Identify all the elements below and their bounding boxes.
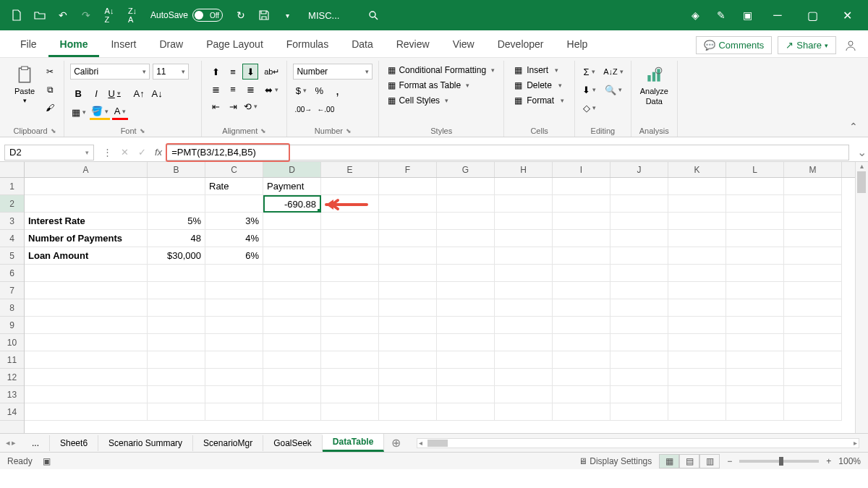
- cell-M14[interactable]: [784, 403, 842, 421]
- cell-A10[interactable]: [25, 334, 148, 351]
- cell-J7[interactable]: [610, 282, 668, 299]
- new-file-icon[interactable]: [6, 4, 27, 26]
- cell-C14[interactable]: [205, 403, 263, 421]
- cell-A1[interactable]: [25, 178, 148, 195]
- align-left-icon[interactable]: ≣: [208, 81, 224, 97]
- fill-color-icon[interactable]: 🪣: [90, 104, 110, 120]
- tab-formulas[interactable]: Formulas: [275, 33, 340, 57]
- cell-C11[interactable]: [205, 351, 263, 369]
- sheet-tab-scenariomgr[interactable]: ScenarioMgr: [193, 435, 263, 451]
- cell-M5[interactable]: [784, 247, 842, 265]
- cell-K9[interactable]: [668, 317, 726, 334]
- font-name-combo[interactable]: Calibri: [70, 64, 150, 80]
- cell-J11[interactable]: [610, 351, 668, 369]
- col-header-a[interactable]: A: [25, 162, 148, 177]
- tab-developer[interactable]: Developer: [486, 33, 556, 57]
- cell-E3[interactable]: [321, 213, 379, 230]
- enter-icon[interactable]: ✓: [133, 145, 150, 160]
- cell-J14[interactable]: [610, 403, 668, 421]
- cell-I5[interactable]: [553, 247, 610, 265]
- cut-icon[interactable]: ✂: [42, 64, 58, 80]
- cell-H4[interactable]: [495, 230, 553, 247]
- cell-E6[interactable]: [321, 265, 379, 282]
- cell-E5[interactable]: [321, 247, 379, 265]
- cell-M2[interactable]: [784, 195, 842, 213]
- bold-button[interactable]: B: [70, 85, 86, 101]
- cell-E8[interactable]: [321, 299, 379, 317]
- cell-G14[interactable]: [437, 403, 495, 421]
- col-header-i[interactable]: I: [553, 162, 610, 177]
- col-header-m[interactable]: M: [784, 162, 842, 177]
- sheet-nav-prev-icon[interactable]: ▸: [12, 438, 16, 448]
- cell-B8[interactable]: [148, 299, 205, 317]
- cell-F13[interactable]: [379, 386, 437, 403]
- cell-H11[interactable]: [495, 351, 553, 369]
- merge-center-icon[interactable]: ⬌: [263, 82, 281, 98]
- cell-L4[interactable]: [726, 230, 784, 247]
- cell-K14[interactable]: [668, 403, 726, 421]
- cell-C9[interactable]: [205, 317, 263, 334]
- cell-K8[interactable]: [668, 299, 726, 317]
- cell-J4[interactable]: [610, 230, 668, 247]
- cell-C13[interactable]: [205, 386, 263, 403]
- cell-D10[interactable]: [263, 334, 321, 351]
- cells-area[interactable]: RatePayment-690.88Interest Rate5%3%Numbe…: [25, 178, 855, 433]
- sheet-tab-goalseek[interactable]: GoalSeek: [263, 435, 323, 451]
- copy-icon[interactable]: ⧉: [42, 82, 58, 98]
- col-header-g[interactable]: G: [437, 162, 495, 177]
- cell-J13[interactable]: [610, 386, 668, 403]
- cell-D13[interactable]: [263, 386, 321, 403]
- cell-G4[interactable]: [437, 230, 495, 247]
- format-as-table-button[interactable]: ▦ Format as Table: [385, 79, 498, 92]
- col-header-d[interactable]: D: [263, 162, 321, 177]
- cell-D11[interactable]: [263, 351, 321, 369]
- cell-E11[interactable]: [321, 351, 379, 369]
- cell-E14[interactable]: [321, 403, 379, 421]
- scrollbar-thumb[interactable]: [857, 171, 866, 193]
- increase-font-icon[interactable]: A↑: [131, 85, 147, 101]
- cancel-icon[interactable]: ✕: [116, 145, 133, 160]
- zoom-in-button[interactable]: +: [826, 456, 831, 466]
- expand-formula-icon[interactable]: ⌄: [855, 145, 868, 159]
- cell-A7[interactable]: [25, 282, 148, 299]
- cell-F7[interactable]: [379, 282, 437, 299]
- row-header-12[interactable]: 12: [0, 369, 24, 386]
- cell-F12[interactable]: [379, 369, 437, 386]
- cell-K6[interactable]: [668, 265, 726, 282]
- cell-styles-button[interactable]: ▦ Cell Styles: [385, 94, 498, 107]
- cell-M7[interactable]: [784, 282, 842, 299]
- fx-icon[interactable]: fx: [150, 147, 166, 158]
- cell-F9[interactable]: [379, 317, 437, 334]
- cell-E9[interactable]: [321, 317, 379, 334]
- cell-M13[interactable]: [784, 386, 842, 403]
- cell-A2[interactable]: [25, 195, 148, 213]
- cell-B14[interactable]: [148, 403, 205, 421]
- increase-indent-icon[interactable]: ⇥: [225, 98, 241, 114]
- hscroll-thumb[interactable]: [427, 440, 448, 447]
- row-header-14[interactable]: 14: [0, 403, 24, 421]
- cell-I6[interactable]: [553, 265, 610, 282]
- cell-I8[interactable]: [553, 299, 610, 317]
- cell-C3[interactable]: 3%: [205, 213, 263, 230]
- cell-B12[interactable]: [148, 369, 205, 386]
- cell-K12[interactable]: [668, 369, 726, 386]
- maximize-button[interactable]: ▢: [797, 4, 827, 26]
- cell-G6[interactable]: [437, 265, 495, 282]
- cell-J6[interactable]: [610, 265, 668, 282]
- cell-K10[interactable]: [668, 334, 726, 351]
- cell-G9[interactable]: [437, 317, 495, 334]
- cell-H7[interactable]: [495, 282, 553, 299]
- cell-H12[interactable]: [495, 369, 553, 386]
- cell-K13[interactable]: [668, 386, 726, 403]
- cell-D2[interactable]: -690.88: [263, 195, 321, 213]
- cell-C2[interactable]: [205, 195, 263, 213]
- col-header-k[interactable]: K: [668, 162, 726, 177]
- cell-E12[interactable]: [321, 369, 379, 386]
- close-button[interactable]: ✕: [832, 4, 862, 26]
- cell-L2[interactable]: [726, 195, 784, 213]
- cell-J1[interactable]: [610, 178, 668, 195]
- cell-L10[interactable]: [726, 334, 784, 351]
- cell-A12[interactable]: [25, 369, 148, 386]
- cell-I1[interactable]: [553, 178, 610, 195]
- share-button[interactable]: ↗ Share ▾: [778, 36, 836, 54]
